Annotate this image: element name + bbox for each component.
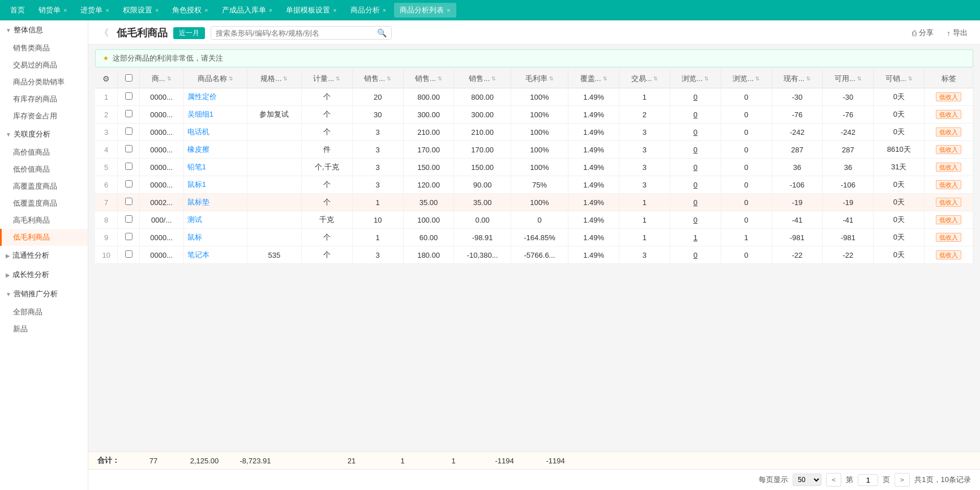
- search-input[interactable]: [216, 29, 374, 37]
- per-page-select[interactable]: 50 100 200: [793, 474, 821, 486]
- filter-tag-recent-month[interactable]: 近一月: [173, 27, 205, 39]
- row-select-checkbox[interactable]: [125, 233, 132, 240]
- row-name[interactable]: 电话机: [183, 123, 247, 141]
- nav-permission[interactable]: 权限设置 ×: [117, 3, 164, 18]
- row-select-checkbox[interactable]: [125, 145, 132, 152]
- nav-sales-order[interactable]: 销货单 ×: [33, 3, 72, 18]
- settings-icon[interactable]: ⚙: [102, 74, 110, 83]
- col-current-stock[interactable]: 现有... ⇅: [772, 70, 823, 88]
- row-checkbox[interactable]: [118, 229, 139, 246]
- col-saleable[interactable]: 可销... ⇅: [874, 70, 925, 88]
- select-all-checkbox[interactable]: [125, 74, 132, 82]
- sidebar-group-liquidity[interactable]: ▶ 流通性分析: [0, 246, 88, 265]
- prev-page-button[interactable]: ＜: [826, 473, 841, 487]
- close-icon[interactable]: ×: [333, 7, 336, 14]
- close-icon[interactable]: ×: [383, 7, 386, 14]
- row-name[interactable]: 橡皮擦: [183, 141, 247, 159]
- row-select-checkbox[interactable]: [125, 215, 132, 223]
- row-name[interactable]: 测试: [183, 211, 247, 229]
- row-select-checkbox[interactable]: [125, 127, 132, 135]
- row-select-checkbox[interactable]: [125, 92, 132, 100]
- nav-product-analysis-list[interactable]: 商品分析列表 ×: [394, 3, 456, 18]
- nav-purchase-order[interactable]: 进货单 ×: [75, 3, 114, 18]
- row-select-checkbox[interactable]: [125, 163, 132, 170]
- sidebar-item-low-margin[interactable]: 低毛利商品: [0, 229, 88, 246]
- nav-product-entry[interactable]: 产成品入库单 ×: [216, 3, 278, 18]
- sidebar-item-in-stock[interactable]: 有库存的商品: [0, 91, 88, 108]
- nav-product-analysis[interactable]: 商品分析 ×: [345, 3, 392, 18]
- sidebar-item-category-rate[interactable]: 商品分类助销率: [0, 74, 88, 91]
- row-browse1[interactable]: 0: [670, 141, 721, 159]
- row-name[interactable]: 吴细细1: [183, 106, 247, 123]
- col-sales-profit[interactable]: 销售... ⇅: [454, 70, 511, 88]
- row-name[interactable]: 铅笔1: [183, 159, 247, 176]
- row-browse1[interactable]: 0: [670, 176, 721, 194]
- row-checkbox[interactable]: [118, 123, 139, 141]
- nav-home[interactable]: 首页: [5, 3, 31, 18]
- col-transaction[interactable]: 交易... ⇅: [619, 70, 670, 88]
- col-coverage[interactable]: 覆盖... ⇅: [568, 70, 619, 88]
- row-name[interactable]: 笔记本: [183, 246, 247, 264]
- close-icon[interactable]: ×: [269, 7, 272, 14]
- export-button[interactable]: ↑ 导出: [944, 26, 972, 40]
- collapse-sidebar-button[interactable]: 《: [97, 27, 111, 39]
- nav-role[interactable]: 角色授权 ×: [166, 3, 213, 18]
- row-name[interactable]: 属性定价: [183, 88, 247, 106]
- close-icon[interactable]: ×: [204, 7, 208, 14]
- sidebar-item-high-value[interactable]: 高价值商品: [0, 144, 88, 161]
- col-spec[interactable]: 规格... ⇅: [247, 70, 301, 88]
- sidebar-item-low-value[interactable]: 低价值商品: [0, 161, 88, 178]
- row-checkbox[interactable]: [118, 159, 139, 176]
- row-browse1[interactable]: 0: [670, 106, 721, 123]
- row-checkbox[interactable]: [118, 211, 139, 229]
- col-sales-qty[interactable]: 销售... ⇅: [352, 70, 403, 88]
- row-checkbox[interactable]: [118, 194, 139, 211]
- close-icon[interactable]: ×: [155, 7, 159, 14]
- sidebar-item-high-coverage[interactable]: 高覆盖度商品: [0, 178, 88, 195]
- row-select-checkbox[interactable]: [125, 198, 132, 205]
- page-number-input[interactable]: [858, 474, 878, 486]
- col-sales-price[interactable]: 销售... ⇅: [403, 70, 454, 88]
- share-button[interactable]: ⎙ 分享: [909, 26, 937, 40]
- row-checkbox[interactable]: [118, 88, 139, 106]
- sidebar-group-growth[interactable]: ▶ 成长性分析: [0, 265, 88, 284]
- row-browse1[interactable]: 0: [670, 88, 721, 106]
- sidebar-group-marketing[interactable]: ▼ 营销推广分析: [0, 284, 88, 304]
- col-code[interactable]: 商... ⇅: [139, 70, 183, 88]
- col-available[interactable]: 可用... ⇅: [823, 70, 874, 88]
- row-select-checkbox[interactable]: [125, 250, 132, 258]
- close-icon[interactable]: ×: [105, 7, 109, 14]
- row-browse1[interactable]: 0: [670, 246, 721, 264]
- row-name[interactable]: 鼠标垫: [183, 194, 247, 211]
- close-icon[interactable]: ×: [63, 7, 67, 14]
- row-browse1[interactable]: 0: [670, 194, 721, 211]
- sidebar-item-traded-goods[interactable]: 交易过的商品: [0, 57, 88, 74]
- col-name[interactable]: 商品名称 ⇅: [183, 70, 247, 88]
- next-page-button[interactable]: ＞: [895, 473, 910, 487]
- col-browse2[interactable]: 浏览... ⇅: [721, 70, 772, 88]
- row-checkbox[interactable]: [118, 246, 139, 264]
- sidebar-item-new-goods[interactable]: 新品: [0, 321, 88, 338]
- sidebar-item-high-margin[interactable]: 高毛利商品: [0, 212, 88, 229]
- row-browse1[interactable]: 0: [670, 211, 721, 229]
- sidebar-group-correlation[interactable]: ▼ 关联度分析: [0, 125, 88, 144]
- row-browse1[interactable]: 1: [670, 229, 721, 246]
- row-select-checkbox[interactable]: [125, 110, 132, 117]
- row-checkbox[interactable]: [118, 106, 139, 123]
- row-checkbox[interactable]: [118, 141, 139, 159]
- nav-template[interactable]: 单据模板设置 ×: [280, 3, 342, 18]
- sidebar-item-low-coverage[interactable]: 低覆盖度商品: [0, 195, 88, 212]
- sidebar-item-all-goods[interactable]: 全部商品: [0, 304, 88, 321]
- sidebar-item-stock-capital[interactable]: 库存资金占用: [0, 108, 88, 125]
- search-icon[interactable]: 🔍: [377, 28, 387, 37]
- row-name[interactable]: 鼠标1: [183, 176, 247, 194]
- row-browse1[interactable]: 0: [670, 159, 721, 176]
- close-icon[interactable]: ×: [447, 7, 450, 14]
- row-name[interactable]: 鼠标: [183, 229, 247, 246]
- col-unit[interactable]: 计量... ⇅: [301, 70, 352, 88]
- row-select-checkbox[interactable]: [125, 180, 132, 188]
- sidebar-group-overall[interactable]: ▼ 整体信息: [0, 20, 88, 40]
- col-browse1[interactable]: 浏览... ⇅: [670, 70, 721, 88]
- col-settings[interactable]: ⚙: [95, 70, 118, 88]
- sidebar-item-sales-goods[interactable]: 销售类商品: [0, 40, 88, 57]
